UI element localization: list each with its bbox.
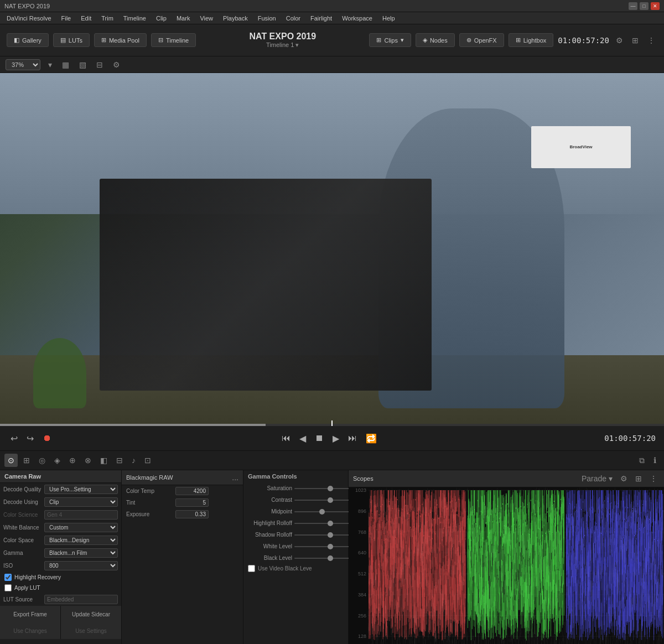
main-content-area: Camera Raw Decode Quality Use Pro...Sett… xyxy=(0,470,664,644)
exposure-row: Exposure xyxy=(122,508,243,520)
use-settings-button[interactable]: Use Settings xyxy=(61,622,121,639)
close-button[interactable]: ✕ xyxy=(651,2,660,10)
apply-lut-checkbox[interactable] xyxy=(4,584,12,591)
view-options-button[interactable]: ⊞ xyxy=(630,35,641,46)
use-video-black-checkbox[interactable] xyxy=(248,565,255,572)
sizing-tool[interactable]: ⊟ xyxy=(113,454,126,467)
video-progress-bar xyxy=(0,424,266,426)
stop-button[interactable]: ⏹ xyxy=(313,431,326,445)
power-windows-tool[interactable]: ◈ xyxy=(51,454,64,467)
subtitles-tool[interactable]: ⊡ xyxy=(141,454,154,467)
undo-button[interactable]: ↩ xyxy=(8,431,20,446)
menu-workspace[interactable]: Workspace xyxy=(338,14,377,23)
timeline-nav-button[interactable]: ⊟ Timeline xyxy=(151,33,196,47)
nodes-label: Nodes xyxy=(430,37,448,44)
go-to-end-button[interactable]: ⏭ xyxy=(346,431,359,445)
menu-timeline[interactable]: Timeline xyxy=(119,14,151,23)
color-wheels-tool[interactable]: ⊙ xyxy=(4,454,18,467)
decode-quality-label: Decode Quality xyxy=(3,486,42,492)
openfx-icon: ⊛ xyxy=(466,37,471,44)
curves-tool[interactable]: ⊞ xyxy=(20,454,33,467)
camera-raw-panel: Camera Raw Decode Quality Use Pro...Sett… xyxy=(0,470,122,644)
decode-quality-select[interactable]: Use Pro...Setting xyxy=(44,485,118,494)
color-temp-input[interactable] xyxy=(175,487,209,495)
use-video-black-label: Use Video Black Leve xyxy=(258,565,312,572)
export-frame-button[interactable]: Export Frame xyxy=(0,606,61,622)
menu-edit[interactable]: Edit xyxy=(76,14,96,23)
video-preview: BroadView xyxy=(0,73,664,426)
openfx-label: OpenFX xyxy=(474,37,497,44)
tracker-tool[interactable]: ⊕ xyxy=(66,454,79,467)
menu-view[interactable]: View xyxy=(195,14,217,23)
scopes-more-button[interactable]: ⋮ xyxy=(647,473,660,484)
lightbox-button[interactable]: ⊞ Lightbox xyxy=(509,33,554,47)
timeline-dropdown-icon[interactable]: ▾ xyxy=(295,41,299,48)
decode-using-select[interactable]: Clip xyxy=(44,497,118,507)
go-to-start-button[interactable]: ⏮ xyxy=(279,431,293,445)
menu-fairlight[interactable]: Fairlight xyxy=(306,14,336,23)
timecode-settings-button[interactable]: ⚙ xyxy=(614,35,625,46)
clips-dropdown-icon: ▾ xyxy=(401,37,404,44)
highlight-recovery-checkbox[interactable] xyxy=(4,574,12,581)
fit-button[interactable]: ▾ xyxy=(46,59,54,70)
view-toggle-3[interactable]: ⊟ xyxy=(94,59,105,70)
menu-fusion[interactable]: Fusion xyxy=(253,14,281,23)
luts-icon: ▤ xyxy=(60,37,66,44)
gamma-select[interactable]: Blackm...n Film xyxy=(44,548,118,558)
menu-trim[interactable]: Trim xyxy=(97,14,118,23)
minimize-button[interactable]: — xyxy=(629,2,637,10)
decode-quality-row: Decode Quality Use Pro...Setting xyxy=(0,483,121,496)
step-back-button[interactable]: ◀ xyxy=(297,431,308,446)
scopes-settings-button[interactable]: ⚙ xyxy=(618,473,630,484)
view-toggle-1[interactable]: ▦ xyxy=(60,59,71,70)
view-toggle-2[interactable]: ▧ xyxy=(77,59,89,70)
record-button[interactable]: ⏺ xyxy=(40,431,54,445)
zoom-select[interactable]: 37% 50% 75% 100% xyxy=(6,59,40,70)
audio-tool[interactable]: ♪ xyxy=(128,454,139,467)
gallery-button[interactable]: ◧ Gallery xyxy=(7,33,49,47)
blur-tool[interactable]: ⊗ xyxy=(81,454,95,467)
white-balance-label: White Balance xyxy=(3,524,42,531)
loop-button[interactable]: 🔁 xyxy=(364,431,379,446)
color-temp-row: Color Temp xyxy=(122,485,243,497)
viewer-options-button[interactable]: ⚙ xyxy=(111,59,122,70)
clips-icon: ⊞ xyxy=(376,37,381,44)
maximize-button[interactable]: □ xyxy=(640,2,649,10)
scopes-layout-button[interactable]: ⊞ xyxy=(633,473,644,484)
white-balance-select[interactable]: Custom xyxy=(44,523,118,532)
more-options-button[interactable]: ⋮ xyxy=(645,35,657,46)
highlight-rolloff-label: Highlight Rolloff xyxy=(248,520,292,526)
blackmagic-raw-header: Blackmagic RAW ... xyxy=(122,470,243,485)
menu-davinci[interactable]: DaVinci Resolve xyxy=(2,14,56,23)
media-pool-button[interactable]: ⊞ Media Pool xyxy=(94,33,147,47)
clips-button[interactable]: ⊞ Clips ▾ xyxy=(369,33,411,47)
color-space-select[interactable]: Blackm...Design xyxy=(44,536,118,545)
luts-button[interactable]: ▤ LUTs xyxy=(53,33,90,47)
menu-color[interactable]: Color xyxy=(282,14,305,23)
menu-help[interactable]: Help xyxy=(378,14,400,23)
menu-mark[interactable]: Mark xyxy=(172,14,194,23)
menu-file[interactable]: File xyxy=(57,14,76,23)
openfx-button[interactable]: ⊛ OpenFX xyxy=(459,33,504,47)
bm-raw-menu-button[interactable]: ... xyxy=(232,473,238,482)
exposure-input[interactable] xyxy=(175,510,209,518)
exposure-label: Exposure xyxy=(126,511,173,517)
info-icon[interactable]: ℹ xyxy=(650,454,660,467)
menu-playback[interactable]: Playback xyxy=(219,14,252,23)
nodes-button[interactable]: ◈ Nodes xyxy=(416,33,455,47)
menu-clip[interactable]: Clip xyxy=(152,14,171,23)
color-temp-label: Color Temp xyxy=(126,488,173,494)
update-sidecar-button[interactable]: Update Sidecar xyxy=(61,606,121,622)
use-changes-button[interactable]: Use Changes xyxy=(0,622,61,639)
white-balance-row: White Balance Custom xyxy=(0,521,121,534)
iso-select[interactable]: 800 xyxy=(44,561,118,570)
play-button[interactable]: ▶ xyxy=(330,431,341,446)
timeline-nav-label: Timeline xyxy=(166,37,189,44)
tint-input[interactable] xyxy=(175,498,209,507)
video-area: BroadView xyxy=(0,73,664,426)
scope-icon[interactable]: ⧉ xyxy=(636,454,648,468)
redo-button[interactable]: ↪ xyxy=(24,431,36,446)
key-tool[interactable]: ◧ xyxy=(97,454,111,467)
qualifier-tool[interactable]: ◎ xyxy=(35,454,49,467)
scopes-mode-select[interactable]: Parade ▾ xyxy=(579,473,615,484)
